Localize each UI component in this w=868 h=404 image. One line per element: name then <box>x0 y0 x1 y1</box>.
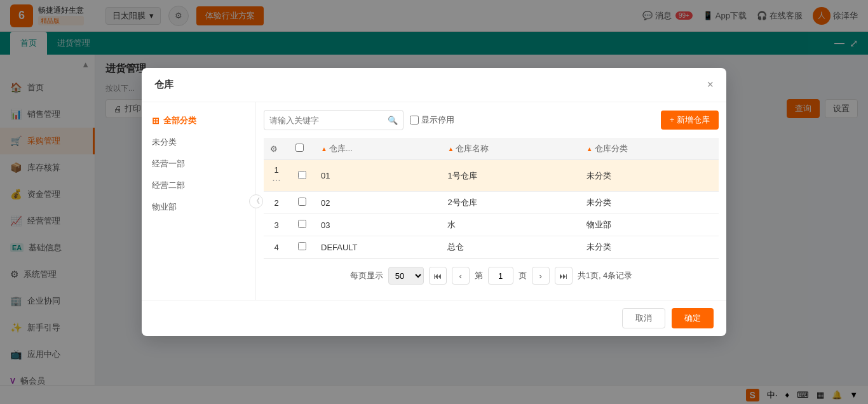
page-number-input[interactable] <box>488 267 513 285</box>
row-num: 3 <box>264 214 289 236</box>
total-info: 共1页, 4条记录 <box>578 270 633 281</box>
modal-header: 仓库 × <box>142 68 726 102</box>
modal-footer: 取消 确定 <box>142 300 726 336</box>
category-item-ops2[interactable]: 经营二部 <box>142 175 255 196</box>
row-checkbox[interactable] <box>298 242 306 250</box>
row-category: 未分类 <box>580 192 719 214</box>
row-code: 01 <box>315 160 441 192</box>
category-item-property[interactable]: 物业部 <box>142 196 255 218</box>
category-item-unclassified[interactable]: 未分类 <box>142 131 255 153</box>
all-categories-label: 全部分类 <box>163 115 196 126</box>
warehouse-table: ⚙ ▲ 仓库... ▲ <box>264 138 719 259</box>
sort-icon-name: ▲ <box>447 145 454 152</box>
settings-col-icon: ⚙ <box>270 144 278 154</box>
th-category: ▲ 仓库分类 <box>580 138 719 160</box>
row-code: 03 <box>315 214 441 236</box>
category-item-ops1[interactable]: 经营一部 <box>142 153 255 175</box>
panel-collapse-button[interactable]: 《 <box>249 194 263 208</box>
page-unit: 页 <box>519 270 527 281</box>
first-page-btn[interactable]: ⏮ <box>429 267 447 285</box>
row-action-btn[interactable]: ··· <box>272 175 280 185</box>
page-label: 第 <box>475 270 483 281</box>
search-input-wrapper: 🔍 <box>264 110 403 130</box>
row-checkbox[interactable] <box>298 198 306 206</box>
row-checkbox-cell <box>289 192 315 214</box>
warehouse-modal: 仓库 × ⊞ 全部分类 未分类 经营一部 经营二部 物业部 《 🔍 <box>142 68 726 336</box>
last-page-btn[interactable]: ⏭ <box>555 267 573 285</box>
row-category: 物业部 <box>580 214 719 236</box>
table-toolbar: 🔍 显示停用 + 新增仓库 <box>264 110 719 130</box>
show-disabled-label[interactable]: 显示停用 <box>410 114 454 126</box>
table-row: 1 ··· 01 1号仓库 未分类 <box>264 160 719 192</box>
row-checkbox[interactable] <box>298 171 306 179</box>
per-page-select[interactable]: 50 10 20 100 <box>388 267 424 285</box>
row-checkbox-cell <box>289 160 315 192</box>
show-disabled-checkbox[interactable] <box>410 116 419 125</box>
pagination: 每页显示 50 10 20 100 ⏮ ‹ 第 页 › ⏭ 共1页, 4条记录 <box>264 259 719 292</box>
modal-body: ⊞ 全部分类 未分类 经营一部 经营二部 物业部 《 🔍 显示停用 + 新增 <box>142 102 726 300</box>
select-all-checkbox[interactable] <box>295 144 304 152</box>
sort-icon: ▲ <box>321 145 327 152</box>
prev-page-btn[interactable]: ‹ <box>452 267 470 285</box>
table-panel: 🔍 显示停用 + 新增仓库 ⚙ <box>256 102 726 300</box>
grid-icon: ⊞ <box>152 116 159 126</box>
th-code: ▲ 仓库... <box>315 138 441 160</box>
table-row: 3 03 水 物业部 <box>264 214 719 236</box>
modal-title: 仓库 <box>154 79 173 91</box>
row-num: 4 <box>264 236 289 259</box>
th-name: ▲ 仓库名称 <box>441 138 580 160</box>
row-num: 1 ··· <box>264 160 289 192</box>
search-icon[interactable]: 🔍 <box>388 116 398 125</box>
all-categories-btn[interactable]: ⊞ 全部分类 <box>142 110 255 131</box>
table-header-row: ⚙ ▲ 仓库... ▲ <box>264 138 719 160</box>
next-page-btn[interactable]: › <box>532 267 550 285</box>
add-warehouse-button[interactable]: + 新增仓库 <box>661 111 719 130</box>
confirm-button[interactable]: 确定 <box>672 308 714 328</box>
table-row: 2 02 2号仓库 未分类 <box>264 192 719 214</box>
cancel-button[interactable]: 取消 <box>622 308 665 328</box>
sort-icon-cat: ▲ <box>587 145 593 152</box>
row-checkbox-cell <box>289 236 315 259</box>
row-checkbox[interactable] <box>298 220 306 228</box>
row-name: 总仓 <box>441 236 580 259</box>
category-panel: ⊞ 全部分类 未分类 经营一部 经营二部 物业部 《 <box>142 102 256 300</box>
row-checkbox-cell <box>289 214 315 236</box>
row-name: 2号仓库 <box>441 192 580 214</box>
row-name: 水 <box>441 214 580 236</box>
row-code: DEFAULT <box>315 236 441 259</box>
search-input[interactable] <box>269 116 388 125</box>
th-checkbox <box>289 138 315 160</box>
row-code: 02 <box>315 192 441 214</box>
th-settings: ⚙ <box>264 138 289 160</box>
row-category: 未分类 <box>580 236 719 259</box>
per-page-label: 每页显示 <box>350 270 383 281</box>
table-row: 4 DEFAULT 总仓 未分类 <box>264 236 719 259</box>
row-category: 未分类 <box>580 160 719 192</box>
modal-close-button[interactable]: × <box>707 78 714 91</box>
row-num: 2 <box>264 192 289 214</box>
row-name: 1号仓库 <box>441 160 580 192</box>
